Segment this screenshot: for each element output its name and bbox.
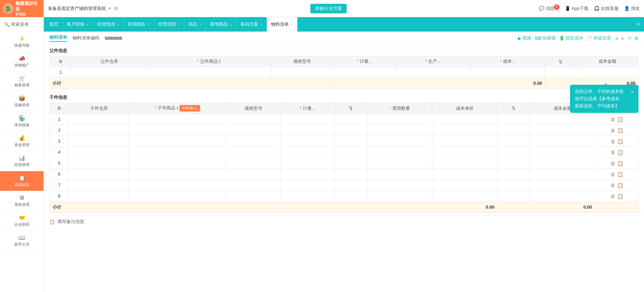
- parent-unit-cell[interactable]: [333, 67, 396, 78]
- child-spec-cell[interactable]: [226, 191, 280, 202]
- delete-icon[interactable]: 🗑: [610, 150, 615, 155]
- child-spec-cell[interactable]: [226, 136, 280, 147]
- settings-icon[interactable]: ⚙: [114, 5, 118, 12]
- sidebar-item-marketing[interactable]: 📣 营销推广: [0, 52, 44, 72]
- sidebar-item-system[interactable]: ⚙ 系统管理: [0, 191, 44, 211]
- child-warehouse-cell[interactable]: [69, 169, 128, 180]
- th-child-settings[interactable]: ⚙: [50, 103, 69, 114]
- child-warehouse-cell[interactable]: [69, 180, 128, 191]
- tab-barcode[interactable]: 条码方案 ×: [236, 17, 267, 32]
- tab-operation[interactable]: 经营情况 ×: [93, 17, 124, 32]
- child-unit-cell[interactable]: [281, 114, 335, 125]
- tab-customer-close[interactable]: ×: [87, 23, 89, 26]
- tab-customer[interactable]: 客户联络 ×: [63, 17, 93, 32]
- online-service-btn[interactable]: 🎧 在线客服: [594, 5, 619, 12]
- copy-icon[interactable]: 📋: [617, 150, 623, 155]
- tooltip-close-btn[interactable]: ×: [631, 88, 634, 96]
- child-unit-cell[interactable]: [281, 147, 335, 158]
- child-unit-cell[interactable]: [281, 180, 335, 191]
- notifications-btn[interactable]: 💬 消息 5: [539, 5, 559, 12]
- bom-tab1[interactable]: 物料清单: [49, 34, 67, 42]
- child-unitcost-cell[interactable]: [432, 136, 497, 147]
- bom-tab2[interactable]: 物料清单编码: [73, 35, 99, 41]
- child-goods-cell[interactable]: [129, 169, 226, 180]
- nav-prev[interactable]: ◀: [615, 36, 618, 41]
- copy-icon[interactable]: 📋: [617, 128, 623, 133]
- close-all-tabs[interactable]: ×: [634, 21, 643, 27]
- child-unitcost-cell[interactable]: [432, 191, 497, 202]
- delete-icon[interactable]: 🗑: [610, 139, 615, 144]
- bottom-area[interactable]: 📋 填写备注信息: [44, 215, 644, 227]
- copy-icon[interactable]: 📋: [617, 117, 623, 122]
- child-warehouse-cell[interactable]: [69, 158, 128, 169]
- child-needed-cell[interactable]: [367, 169, 432, 180]
- child-needed-cell[interactable]: [367, 180, 432, 191]
- nav-next[interactable]: ▶: [621, 36, 625, 41]
- tab-bom[interactable]: 物料清单 ×: [267, 17, 297, 32]
- shortcut-btn[interactable]: ⌨ 快捷键: [535, 35, 556, 41]
- tab-bom-close[interactable]: ×: [291, 23, 293, 26]
- child-needed-cell[interactable]: [367, 114, 432, 125]
- tab-operation-close[interactable]: ×: [117, 23, 119, 26]
- child-spec-cell[interactable]: [226, 125, 280, 136]
- sidebar-item-operation[interactable]: 📊 经营管理: [0, 151, 44, 171]
- th-parent-settings[interactable]: ⚙: [50, 56, 72, 67]
- search-menu-btn[interactable]: 🔍 搜索菜单: [3, 20, 41, 29]
- parent-costtype-cell[interactable]: [470, 67, 545, 78]
- grid-view-icon[interactable]: ⊞: [634, 35, 639, 41]
- copy-icon[interactable]: 📋: [617, 161, 623, 166]
- parent-warehouse-cell[interactable]: [72, 67, 147, 78]
- tab-history-close[interactable]: ×: [178, 23, 180, 26]
- delete-icon[interactable]: 🗑: [610, 161, 615, 166]
- child-spec-cell[interactable]: [226, 114, 280, 125]
- get-cost-btn[interactable]: 💲 提取成本: [559, 35, 583, 41]
- parent-prod-cell[interactable]: [396, 67, 470, 78]
- sidebar-item-enterprise[interactable]: 🤝 企业协同: [0, 211, 44, 231]
- child-needed-cell[interactable]: [367, 191, 432, 202]
- sidebar-item-basic-info[interactable]: 📋 基础信息: [0, 171, 44, 191]
- tab-profit-close[interactable]: ×: [148, 23, 150, 26]
- child-goods-cell[interactable]: [129, 147, 226, 158]
- child-needed-cell[interactable]: [367, 158, 432, 169]
- sidebar-item-purchase[interactable]: 📦 采购管理: [0, 92, 44, 112]
- copy-icon[interactable]: 📋: [617, 194, 623, 199]
- child-unit-cell[interactable]: [281, 169, 335, 180]
- child-unitcost-cell[interactable]: [432, 158, 497, 169]
- sidebar-item-sales[interactable]: 🛒 销售管理: [0, 72, 44, 92]
- copy-icon[interactable]: 📋: [617, 139, 623, 144]
- child-warehouse-cell[interactable]: [69, 147, 128, 158]
- tab-history[interactable]: 经营历程 ×: [154, 17, 185, 32]
- child-warehouse-cell[interactable]: [69, 191, 128, 202]
- child-unitcost-cell[interactable]: [432, 114, 497, 125]
- copy-icon[interactable]: 📋: [617, 183, 623, 188]
- sidebar-item-quick-nav[interactable]: ⚡ 快捷导航: [0, 32, 44, 52]
- sidebar-item-inventory[interactable]: 🏪 库存核算: [0, 112, 44, 131]
- tab-new-goods-close[interactable]: ×: [230, 23, 232, 26]
- view-btn[interactable]: ▶ 视频: [518, 35, 531, 41]
- trial-btn[interactable]: 体验行业方案: [310, 4, 347, 13]
- parent-spec-cell[interactable]: [271, 67, 333, 78]
- child-warehouse-cell[interactable]: [69, 125, 128, 136]
- child-unitcost-cell[interactable]: [432, 180, 497, 191]
- child-goods-cell[interactable]: [129, 180, 226, 191]
- delete-icon[interactable]: 🗑: [610, 183, 615, 188]
- tab-barcode-close[interactable]: ×: [260, 23, 262, 26]
- child-needed-cell[interactable]: [367, 147, 432, 158]
- child-warehouse-cell[interactable]: [69, 114, 128, 125]
- list-view-icon[interactable]: ≡: [628, 35, 631, 41]
- child-needed-cell[interactable]: [367, 125, 432, 136]
- parent-goods-cell[interactable]: [147, 67, 271, 78]
- delete-icon[interactable]: 🗑: [610, 117, 615, 122]
- child-unit-cell[interactable]: [281, 158, 335, 169]
- tab-goods-close[interactable]: ×: [199, 23, 201, 26]
- scan-btn[interactable]: 扫码录入: [179, 105, 200, 112]
- child-goods-cell[interactable]: [129, 158, 226, 169]
- sidebar-item-guide[interactable]: 📖 新手引导: [0, 231, 44, 251]
- child-needed-cell[interactable]: [367, 136, 432, 147]
- child-goods-cell[interactable]: [129, 114, 226, 125]
- child-spec-cell[interactable]: [226, 158, 280, 169]
- child-goods-cell[interactable]: [129, 136, 226, 147]
- child-goods-cell[interactable]: [129, 191, 226, 202]
- child-unitcost-cell[interactable]: [432, 169, 497, 180]
- child-goods-cell[interactable]: [129, 125, 226, 136]
